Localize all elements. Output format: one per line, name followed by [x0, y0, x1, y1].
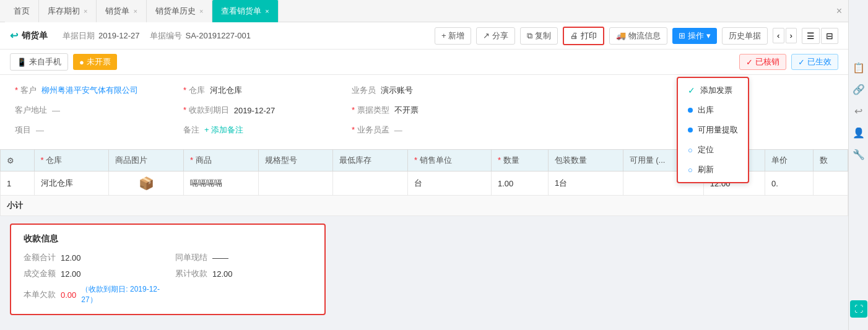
operate-button[interactable]: ⊞ 操作 ▾	[672, 28, 717, 44]
subtotal-row: 小计	[1, 196, 848, 216]
tab-close-history[interactable]: ×	[199, 7, 203, 15]
window-close-button[interactable]: ×	[836, 6, 842, 17]
add-note-button[interactable]: + 添加备注	[204, 124, 243, 136]
col-min-stock: 最低库存	[333, 150, 408, 172]
row-unit: 台	[407, 172, 491, 196]
sidebar-undo-icon[interactable]: ↩	[854, 105, 862, 117]
doc-meta: 单据日期 2019-12-27 单据编号 SA-20191227-001	[63, 30, 435, 41]
operate-dropdown: ✓ 添加发票 出库 可用量提取 ○ 定位 ○ 刷新	[677, 77, 749, 183]
dropdown-add-invoice[interactable]: ✓ 添加发票	[678, 80, 748, 100]
doc-header: ↩ 销货单 单据日期 2019-12-27 单据编号 SA-20191227-0…	[0, 22, 848, 50]
row-index: 1	[1, 172, 35, 196]
sold-badge: ✓ 已核销	[739, 54, 786, 70]
due-date-field: 收款到期日 2019-12-27	[183, 105, 332, 116]
sidebar-doc-icon[interactable]: 📋	[853, 62, 865, 74]
row-min-stock	[333, 172, 408, 196]
row-pkg-qty: 1台	[548, 172, 623, 196]
truck-icon: 🚚	[616, 31, 626, 40]
doc-number-field: 单据编号 SA-20191227-001	[150, 30, 251, 41]
tab-close-inventory[interactable]: ×	[84, 7, 87, 15]
tab-bar: 首页 库存期初 × 销货单 × 销货单历史 × 查看销货单 × ×	[0, 0, 848, 22]
circle-icon: ○	[688, 145, 693, 155]
doc-actions: + 新增 ↗ 分享 ⧉ 复制 🖨 打印 🚚 物流信息 ⊞ 操作 ▾	[435, 27, 838, 45]
print-button[interactable]: 🖨 打印	[563, 27, 604, 45]
add-button[interactable]: + 新增	[435, 27, 471, 45]
expand-icon: ⛶	[854, 304, 863, 314]
history-button[interactable]: 历史单据	[722, 27, 768, 45]
col-unit: 销售单位	[407, 150, 491, 172]
payment-title: 收款信息	[24, 233, 312, 245]
tab-close-view[interactable]: ×	[265, 7, 269, 15]
share-button[interactable]: ↗ 分享	[476, 27, 515, 45]
col-spec: 规格型号	[258, 150, 333, 172]
doc-title: ↩ 销货单	[10, 30, 48, 41]
grid-icon: ⊞	[679, 31, 685, 40]
payment-transaction: 成交金额 12.00	[24, 268, 160, 279]
row-image: 📦	[109, 172, 184, 196]
logistics-button[interactable]: 🚚 物流信息	[609, 27, 667, 45]
subtotal-label: 小计	[1, 196, 848, 216]
chevron-down-icon: ▾	[706, 31, 711, 40]
payment-settlement: 同单现结 ——	[175, 252, 312, 263]
from-phone-button[interactable]: 📱 来自手机	[10, 53, 68, 71]
sidebar-expand-icon[interactable]: ⛶	[850, 300, 867, 318]
payment-cumulative: 累计收款 12.00	[175, 268, 312, 279]
nav-arrows: ‹ ›	[773, 28, 797, 43]
view-toggle: ☰ ⊟	[802, 28, 838, 44]
payment-total: 金额合计 12.00	[24, 252, 160, 263]
sidebar-tool-icon[interactable]: 🔧	[853, 149, 865, 160]
list-view-button[interactable]: ☰	[802, 28, 820, 44]
staff-field: 业务员 演示账号	[352, 85, 500, 96]
not-open-ticket-button[interactable]: ● 未开票	[73, 54, 117, 70]
project-field: 项目 —	[15, 124, 163, 136]
tab-sales-order[interactable]: 销货单 ×	[97, 0, 146, 22]
dot-icon	[688, 108, 693, 113]
tab-inventory-init[interactable]: 库存期初 ×	[39, 0, 97, 22]
warehouse-field: 仓库 河北仓库	[183, 85, 332, 96]
payment-arrears: 本单欠款 0.00 （收款到期日: 2019-12-27）	[24, 284, 160, 305]
payment-info-box: 收款信息 金额合计 12.00 同单现结 —— 成交金额 12.00 累计收款 …	[10, 224, 326, 315]
col-product: 商品	[183, 150, 258, 172]
dropdown-outbound[interactable]: 出库	[678, 100, 748, 120]
note-field: 备注 + 添加备注	[183, 124, 332, 136]
tab-close-sales[interactable]: ×	[133, 7, 137, 15]
sidebar-link-icon[interactable]: 🔗	[853, 84, 865, 95]
customer-field: 客户 柳州粤港平安气体有限公司	[15, 85, 163, 96]
row-price: 0.	[765, 172, 814, 196]
col-settings[interactable]: ⚙	[1, 150, 35, 172]
tab-view-sales[interactable]: 查看销货单 ×	[212, 0, 278, 22]
dot-orange-icon: ●	[79, 58, 84, 67]
dropdown-available-qty[interactable]: 可用量提取	[678, 120, 748, 140]
grid-view-button[interactable]: ⊟	[821, 28, 838, 44]
col-warehouse: 仓库	[34, 150, 109, 172]
prev-button[interactable]: ‹	[773, 28, 784, 43]
col-price: 单价	[765, 150, 814, 172]
address-field: 客户地址 —	[15, 105, 163, 116]
tab-sales-history[interactable]: 销货单历史 ×	[147, 0, 212, 22]
right-sidebar: 📋 🔗 ↩ 👤 🔧 ⛶	[848, 0, 868, 323]
doc-date-field: 单据日期 2019-12-27	[63, 30, 140, 41]
row-amount	[813, 172, 848, 196]
row-quantity: 1.00	[491, 172, 548, 196]
copy-icon: ⧉	[527, 31, 532, 41]
dropdown-locate[interactable]: ○ 定位	[678, 140, 748, 160]
dropdown-refresh[interactable]: ○ 刷新	[678, 160, 748, 180]
check-circle-icon: ✓	[798, 58, 805, 67]
print-icon: 🖨	[570, 31, 578, 40]
refresh-icon: ○	[688, 165, 693, 175]
row-warehouse: 河北仓库	[34, 172, 109, 196]
check-icon: ✓	[688, 85, 695, 95]
row-spec	[258, 172, 333, 196]
tab-home[interactable]: 首页	[5, 0, 39, 22]
next-button[interactable]: ›	[786, 28, 797, 43]
ticket-type-field: 票据类型 不开票	[352, 105, 500, 116]
sub-action-bar: 📱 来自手机 ● 未开票 ✓ 已核销 ✓ 已生效	[0, 50, 848, 75]
effect-badge: ✓ 已生效	[791, 54, 838, 70]
check-circle-icon: ✓	[746, 58, 753, 67]
col-quantity: 数量	[491, 150, 548, 172]
share-icon: ↗	[483, 31, 490, 40]
copy-button[interactable]: ⧉ 复制	[520, 27, 558, 45]
payment-grid: 金额合计 12.00 同单现结 —— 成交金额 12.00 累计收款 12.00…	[24, 252, 312, 305]
col-amount: 数	[813, 150, 848, 172]
sidebar-user-icon[interactable]: 👤	[853, 127, 865, 139]
